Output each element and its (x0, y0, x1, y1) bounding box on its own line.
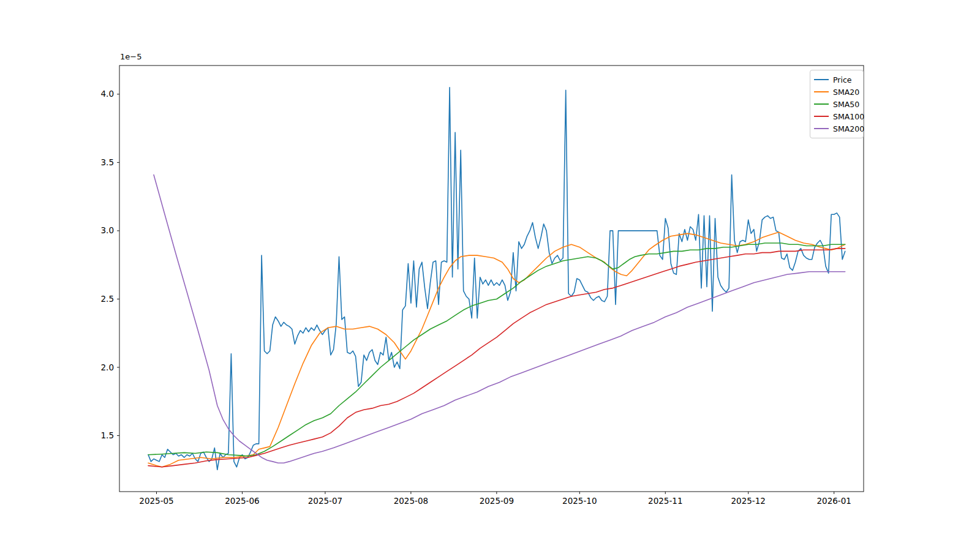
y-axis-tick-label: 4.0 (101, 89, 114, 99)
legend: PriceSMA20SMA50SMA100SMA200 (810, 70, 864, 138)
legend-item-sma50: SMA50 (814, 98, 859, 110)
x-axis-tick-label: 2026-01 (816, 496, 851, 506)
x-axis-tick-label: 2025-08 (394, 496, 428, 506)
series-line-sma50 (148, 243, 845, 456)
x-axis-tick-label: 2025-09 (480, 496, 514, 506)
series-line-price (148, 88, 845, 470)
legend-swatch-sma50 (814, 103, 829, 105)
axes-frame (119, 66, 864, 492)
y-axis-tick-label: 3.0 (101, 225, 114, 235)
legend-swatch-sma200 (814, 128, 829, 129)
legend-label: SMA20 (833, 88, 859, 97)
x-axis-tick-label: 2025-11 (648, 496, 682, 506)
x-axis-tick-label: 2025-12 (731, 496, 766, 506)
y-axis-tick-label: 2.5 (101, 294, 114, 304)
y-axis-offset-text: 1e−5 (120, 52, 141, 61)
x-axis-tick-label: 2025-06 (225, 496, 259, 506)
legend-swatch-price (814, 79, 829, 80)
y-axis-tick-label: 3.5 (101, 157, 114, 167)
series-line-sma20 (148, 232, 845, 467)
legend-item-sma200: SMA200 (814, 122, 859, 135)
legend-label: SMA100 (833, 112, 864, 121)
legend-item-sma100: SMA100 (814, 110, 859, 122)
y-axis-tick-label: 1.5 (101, 430, 114, 440)
series-line-sma200 (154, 175, 845, 463)
series-line-sma100 (148, 249, 845, 467)
y-axis-tick-label: 2.0 (101, 362, 114, 372)
legend-swatch-sma100 (814, 116, 829, 117)
legend-label: SMA50 (833, 100, 859, 109)
legend-label: SMA200 (833, 124, 864, 133)
legend-item-sma20: SMA20 (814, 86, 859, 98)
legend-item-price: Price (814, 73, 859, 86)
legend-swatch-sma20 (814, 91, 829, 92)
x-axis-tick-label: 2025-07 (308, 496, 342, 506)
x-axis-tick-label: 2025-10 (562, 496, 597, 506)
x-axis-tick-label: 2025-05 (139, 496, 173, 506)
legend-label: Price (833, 75, 852, 84)
price-chart-figure: 1e−52025-052025-062025-072025-082025-092… (0, 0, 980, 551)
